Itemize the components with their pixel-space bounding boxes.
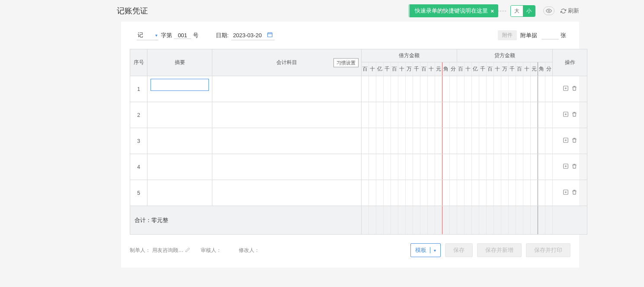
amount-digit-cell[interactable] — [420, 102, 428, 128]
amount-digit-cell[interactable] — [362, 154, 369, 180]
amount-digit-cell[interactable] — [391, 180, 398, 206]
amount-digit-cell[interactable] — [516, 102, 523, 128]
amount-digit-cell[interactable] — [413, 76, 420, 102]
amount-digit-cell[interactable] — [420, 128, 428, 154]
add-row-icon[interactable] — [563, 113, 569, 119]
amount-digit-cell[interactable] — [362, 76, 369, 102]
amount-digit-cell[interactable] — [398, 76, 406, 102]
amount-digit-cell[interactable] — [362, 180, 369, 206]
habit-settings-button[interactable]: 习惯设置 — [333, 58, 359, 67]
amount-digit-cell[interactable] — [450, 154, 457, 180]
amount-digit-cell[interactable] — [398, 128, 406, 154]
amount-digit-cell[interactable] — [413, 180, 420, 206]
amount-digit-cell[interactable] — [391, 102, 398, 128]
amount-digit-cell[interactable] — [442, 102, 450, 128]
amount-digit-cell[interactable] — [457, 102, 465, 128]
amount-digit-cell[interactable] — [442, 76, 450, 102]
amount-digit-cell[interactable] — [391, 76, 398, 102]
save-new-button[interactable]: 保存并新增 — [477, 243, 522, 257]
add-row-icon[interactable] — [563, 190, 569, 197]
calendar-icon[interactable] — [267, 32, 273, 39]
amount-digit-cell[interactable] — [450, 76, 457, 102]
amount-digit-cell[interactable] — [509, 76, 516, 102]
amount-digit-cell[interactable] — [516, 76, 523, 102]
amount-digit-cell[interactable] — [457, 76, 465, 102]
amount-digit-cell[interactable] — [428, 180, 435, 206]
amount-digit-cell[interactable] — [509, 102, 516, 128]
amount-digit-cell[interactable] — [457, 128, 465, 154]
amount-digit-cell[interactable] — [465, 128, 472, 154]
amount-digit-cell[interactable] — [494, 128, 501, 154]
amount-digit-cell[interactable] — [501, 76, 509, 102]
summary-cell[interactable] — [147, 102, 212, 128]
refresh-button[interactable]: 刷新 — [561, 7, 579, 15]
attach-button[interactable]: 附件 — [498, 30, 517, 40]
amount-digit-cell[interactable] — [428, 76, 435, 102]
amount-digit-cell[interactable] — [487, 180, 494, 206]
account-cell[interactable] — [212, 76, 362, 102]
amount-digit-cell[interactable] — [376, 76, 384, 102]
delete-row-icon[interactable] — [571, 164, 577, 171]
amount-digit-cell[interactable] — [472, 180, 479, 206]
account-cell[interactable] — [212, 128, 362, 154]
account-cell[interactable] — [212, 102, 362, 128]
amount-digit-cell[interactable] — [545, 180, 553, 206]
amount-digit-cell[interactable] — [465, 154, 472, 180]
amount-digit-cell[interactable] — [384, 128, 391, 154]
delete-row-icon[interactable] — [571, 190, 577, 197]
add-row-icon[interactable] — [563, 164, 569, 171]
amount-digit-cell[interactable] — [442, 154, 450, 180]
size-small[interactable]: 小 — [523, 6, 535, 16]
amount-digit-cell[interactable] — [479, 128, 487, 154]
amount-digit-cell[interactable] — [523, 102, 531, 128]
amount-digit-cell[interactable] — [494, 102, 501, 128]
amount-digit-cell[interactable] — [516, 128, 523, 154]
delete-row-icon[interactable] — [571, 87, 577, 93]
amount-digit-cell[interactable] — [406, 128, 413, 154]
account-cell[interactable] — [212, 154, 362, 180]
amount-digit-cell[interactable] — [391, 154, 398, 180]
summary-cell[interactable] — [147, 154, 212, 180]
amount-digit-cell[interactable] — [406, 76, 413, 102]
amount-digit-cell[interactable] — [428, 128, 435, 154]
size-big[interactable]: 大 — [511, 6, 523, 16]
amount-digit-cell[interactable] — [435, 76, 442, 102]
summary-cell[interactable] — [147, 128, 212, 154]
amount-digit-cell[interactable] — [442, 128, 450, 154]
amount-digit-cell[interactable] — [538, 180, 545, 206]
amount-digit-cell[interactable] — [428, 102, 435, 128]
amount-digit-cell[interactable] — [369, 76, 376, 102]
date-input[interactable]: 2023-03-20 — [231, 31, 275, 40]
amount-digit-cell[interactable] — [479, 154, 487, 180]
amount-digit-cell[interactable] — [494, 76, 501, 102]
amount-digit-cell[interactable] — [406, 154, 413, 180]
amount-digit-cell[interactable] — [509, 128, 516, 154]
amount-digit-cell[interactable] — [376, 154, 384, 180]
amount-digit-cell[interactable] — [472, 154, 479, 180]
amount-digit-cell[interactable] — [384, 102, 391, 128]
amount-digit-cell[interactable] — [538, 102, 545, 128]
amount-digit-cell[interactable] — [479, 76, 487, 102]
amount-digit-cell[interactable] — [362, 128, 369, 154]
amount-digit-cell[interactable] — [369, 180, 376, 206]
amount-digit-cell[interactable] — [376, 128, 384, 154]
amount-digit-cell[interactable] — [501, 180, 509, 206]
amount-digit-cell[interactable] — [398, 180, 406, 206]
amount-digit-cell[interactable] — [516, 154, 523, 180]
size-toggle[interactable]: 大 小 — [510, 5, 535, 17]
amount-digit-cell[interactable] — [435, 154, 442, 180]
add-row-icon[interactable] — [563, 87, 569, 93]
summary-cell[interactable] — [147, 76, 212, 102]
amount-digit-cell[interactable] — [450, 102, 457, 128]
amount-digit-cell[interactable] — [376, 180, 384, 206]
amount-digit-cell[interactable] — [435, 128, 442, 154]
amount-digit-cell[interactable] — [457, 180, 465, 206]
amount-digit-cell[interactable] — [369, 102, 376, 128]
amount-digit-cell[interactable] — [442, 180, 450, 206]
amount-digit-cell[interactable] — [487, 102, 494, 128]
edit-maker-icon[interactable] — [185, 247, 190, 254]
amount-digit-cell[interactable] — [479, 102, 487, 128]
amount-digit-cell[interactable] — [487, 76, 494, 102]
amount-digit-cell[interactable] — [487, 128, 494, 154]
amount-digit-cell[interactable] — [531, 180, 538, 206]
